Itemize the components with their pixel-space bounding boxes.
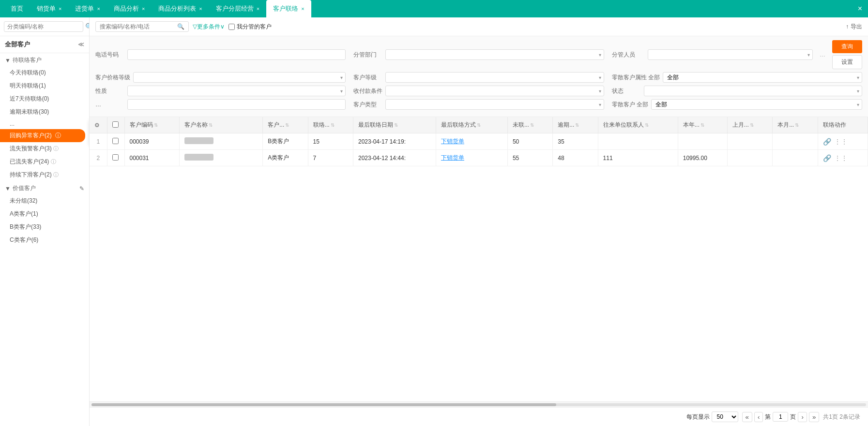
sidebar-item-other[interactable]: 流失预警客户(3) ⓘ [0, 142, 89, 155]
payment-select[interactable] [385, 86, 604, 96]
sort-lastmonth-icon[interactable]: ⇅ [750, 122, 754, 128]
all-customers-header: 全部客户 ≪ [0, 36, 89, 53]
sidebar-item-value[interactable]: C类客户(6) [0, 234, 89, 247]
close-tab-icon[interactable]: × [257, 6, 259, 12]
sort-date-icon[interactable]: ⇅ [394, 122, 398, 128]
nav-item-客户分层经营[interactable]: 客户分层经营× [209, 0, 266, 17]
more-pending-button[interactable]: ... [0, 118, 89, 129]
customer-code: 000039 [124, 133, 179, 150]
sidebar-item-other[interactable]: 持续下滑客户(2) ⓘ [0, 168, 89, 181]
price-grade-select[interactable] [133, 72, 346, 83]
page-input[interactable] [773, 412, 788, 422]
retail-attr-select[interactable]: 全部 [663, 72, 862, 83]
sort-year-icon[interactable]: ⇅ [700, 122, 704, 128]
this-month-amount [773, 133, 818, 150]
sort-code-icon[interactable]: ⇅ [154, 122, 158, 128]
sort-ctype-icon[interactable]: ⇅ [285, 122, 289, 128]
nav-item-销货单[interactable]: 销货单× [30, 0, 68, 17]
sidebar-search-area: 🔍 [0, 17, 89, 36]
sort-overdue-icon[interactable]: ⇅ [575, 122, 579, 128]
settings-button[interactable]: 设置 [832, 55, 862, 69]
search-input[interactable] [100, 23, 177, 30]
nav-item-进货单[interactable]: 进货单× [68, 0, 107, 17]
row-select-checkbox[interactable] [112, 154, 119, 161]
manager-select[interactable] [648, 49, 813, 60]
sidebar-item-pending[interactable]: 明天待联络(1) [0, 79, 89, 92]
sidebar-item-value[interactable]: A类客户(1) [0, 207, 89, 220]
sort-person-icon[interactable]: ⇅ [645, 122, 649, 128]
row-checkbox[interactable] [107, 133, 124, 150]
th-contact-count: 联络...⇅ [308, 117, 353, 133]
first-page-button[interactable]: « [742, 412, 752, 422]
contact-action-icon[interactable]: 🔗 [823, 154, 831, 162]
last-contact-date: 2023-04-17 14:19: [353, 133, 436, 150]
sidebar-search-icon[interactable]: 🔍 [85, 23, 90, 30]
sidebar-item-active[interactable]: 回购异常客户(2) ⓘ [0, 129, 85, 142]
sort-method-icon[interactable]: ⇅ [477, 122, 481, 128]
status-select[interactable] [644, 86, 862, 96]
phone-input[interactable] [127, 49, 346, 60]
sidebar-item-pending[interactable]: 近7天待联络(0) [0, 92, 89, 105]
my-customers-check[interactable] [228, 24, 235, 30]
row-checkbox[interactable] [107, 150, 124, 166]
sidebar: 🔍 全部客户 ≪ ▼ 待联络客户 今天待联络(0)明天待联络(1)近7天待联络(… [0, 17, 90, 426]
last-contact-date: 2023-04-12 14:44: [353, 150, 436, 166]
query-button[interactable]: 查询 [832, 40, 862, 53]
sidebar-item-pending[interactable]: 今天待联络(0) [0, 66, 89, 79]
sort-month-icon[interactable]: ⇅ [795, 122, 799, 128]
sort-not-icon[interactable]: ⇅ [530, 122, 534, 128]
last-contact-method[interactable]: 下销货单 [436, 133, 507, 150]
filter-icon: ▽ [193, 23, 197, 30]
nature-select[interactable] [127, 86, 346, 96]
close-tab-icon[interactable]: × [97, 6, 100, 12]
sidebar-item-pending[interactable]: 逾期未联络(30) [0, 105, 89, 118]
last-page-button[interactable]: » [809, 412, 819, 422]
nav-item-商品分析列表[interactable]: 商品分析列表× [152, 0, 209, 17]
customer-type-select[interactable] [385, 99, 604, 110]
sort-name-icon[interactable]: ⇅ [209, 122, 213, 128]
next-page-button[interactable]: › [798, 412, 807, 422]
edit-icon[interactable]: ✎ [79, 185, 84, 192]
horizontal-scrollbar[interactable] [90, 401, 868, 407]
dept-select[interactable] [385, 49, 604, 60]
retail-customer-select[interactable]: 全部 [651, 99, 862, 110]
overdue-days: 48 [553, 150, 598, 166]
close-tab-icon[interactable]: × [199, 6, 202, 12]
per-page-area: 每页显示 50 100 200 [686, 411, 738, 422]
more-conditions-button[interactable]: ▽ 更多条件 ∨ [193, 23, 225, 31]
last-contact-method[interactable]: 下销货单 [436, 150, 507, 166]
export-button[interactable]: ↑ 导出 [846, 23, 862, 31]
close-tab-icon[interactable]: × [59, 6, 61, 12]
search-icon[interactable]: 🔍 [177, 23, 184, 30]
nav-item-客户联络[interactable]: 客户联络× [266, 0, 311, 17]
more-action-icon[interactable]: ⋮⋮ [834, 154, 848, 162]
th-action: 联络动作 [818, 117, 868, 133]
nav-item-商品分析[interactable]: 商品分析× [107, 0, 152, 17]
sidebar-item-value[interactable]: 未分组(32) [0, 194, 89, 207]
sort-contact-icon[interactable]: ⇅ [331, 122, 335, 128]
sidebar-item-value[interactable]: B类客户(33) [0, 220, 89, 234]
close-tab-icon[interactable]: × [301, 6, 304, 12]
contact-action-icon[interactable]: 🔗 [823, 138, 831, 146]
row-select-checkbox[interactable] [112, 138, 119, 144]
my-customers-checkbox[interactable]: 我分管的客户 [228, 23, 272, 31]
collapse-sidebar-button[interactable]: ≪ [78, 41, 84, 48]
select-all-checkbox[interactable] [112, 121, 119, 128]
th-name: 客户名称⇅ [179, 117, 262, 133]
more-action-icon[interactable]: ⋮⋮ [834, 138, 848, 146]
manager-more-icon[interactable]: … [820, 51, 825, 58]
close-all-tabs-button[interactable]: × [858, 4, 862, 13]
sidebar-item-other[interactable]: 已流失客户(24) ⓘ [0, 155, 89, 168]
overdue-days: 35 [553, 133, 598, 150]
customer-grade-select[interactable] [385, 72, 604, 83]
prev-page-button[interactable]: ‹ [754, 412, 763, 422]
gear-icon[interactable]: ⚙ [94, 122, 100, 129]
value-customers-section[interactable]: ▼ 价值客户 ✎ [0, 181, 89, 194]
close-tab-icon[interactable]: × [142, 6, 145, 12]
extra-input[interactable] [127, 99, 346, 110]
nav-item-首页[interactable]: 首页 [4, 0, 30, 17]
row-index: 2 [90, 150, 107, 166]
per-page-select[interactable]: 50 100 200 [712, 411, 738, 422]
sidebar-search-input[interactable] [4, 21, 83, 32]
table-container: ⚙ 客户编码⇅ 客户名称⇅ 客 [90, 117, 868, 401]
